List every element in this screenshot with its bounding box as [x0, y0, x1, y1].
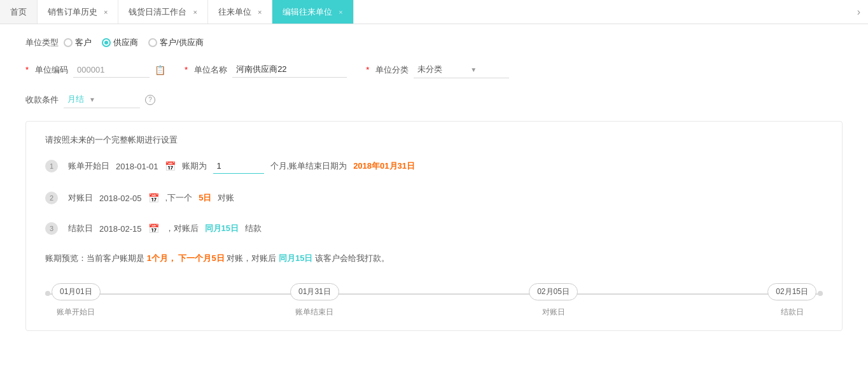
unit-code-input[interactable] — [73, 62, 150, 78]
help-icon[interactable]: ? — [145, 95, 155, 105]
timeline-points: 01月01日 账单开始日 01月31日 账单结束日 02月05日 对账日 02月… — [52, 283, 816, 318]
unit-category-label: 单位分类 — [375, 64, 409, 76]
timeline-badge-3: 02月05日 — [529, 283, 578, 300]
period-suffix: 个月,账单结束日期为 — [270, 160, 347, 172]
start-date-label: 账单开始日 — [68, 160, 109, 172]
radio-supplier-label: 供应商 — [113, 37, 138, 48]
period-row-1: 1 账单开始日 2018-01-01 📅 账期为 个月,账单结束日期为 2018… — [45, 158, 823, 174]
timeline-badge-2: 01月31日 — [290, 283, 339, 300]
tab-sales-history-close[interactable]: × — [104, 8, 108, 16]
unit-type-label: 单位类型 — [25, 37, 59, 48]
radio-both-label: 客户/供应商 — [160, 37, 204, 48]
payment-terms-row: 收款条件 月结 ▼ ? — [25, 91, 843, 108]
payment-day-highlight: 同月15日 — [205, 223, 239, 234]
payment-terms-chevron-icon: ▼ — [89, 96, 95, 103]
preview-reconcile: 下一个月5日 — [178, 253, 224, 263]
radio-group: 客户 供应商 客户/供应商 — [64, 37, 204, 48]
unit-name-field: * 单位名称 — [185, 62, 347, 78]
payment-terms-label: 收款条件 — [25, 94, 59, 106]
reconcile-date-cal-icon[interactable]: 📅 — [148, 193, 159, 203]
radio-supplier-circle — [102, 38, 111, 47]
preview-period: 1个月， — [147, 253, 176, 263]
radio-customer-label: 客户 — [75, 37, 92, 48]
tab-sales-history[interactable]: 销售订单历史 × — [38, 0, 118, 24]
radio-customer[interactable]: 客户 — [64, 37, 92, 48]
row-3-content: 结款日 2018-02-15 📅 ，对账后 同月15日 结款 — [68, 223, 262, 234]
tab-cash-work-label: 钱货日清工作台 — [129, 6, 186, 18]
row-1-content: 账单开始日 2018-01-01 📅 账期为 个月,账单结束日期为 2018年0… — [68, 158, 415, 174]
period-row-2: 2 对账日 2018-02-05 📅 ,下一个 5日 对账 — [45, 192, 823, 204]
unit-code-star: * — [25, 65, 29, 74]
tab-more-button[interactable]: › — [850, 6, 868, 18]
radio-both[interactable]: 客户/供应商 — [148, 37, 204, 48]
timeline-point-3: 02月05日 对账日 — [529, 283, 578, 318]
timeline: 01月01日 账单开始日 01月31日 账单结束日 02月05日 对账日 02月… — [45, 283, 823, 318]
preview-mid: 对账，对账后 — [227, 253, 276, 263]
tab-cash-work[interactable]: 钱货日清工作台 × — [118, 0, 207, 24]
preview-label: 账期预览：当前客户账期是 — [45, 253, 144, 263]
unit-code-label: 单位编码 — [35, 64, 68, 76]
payment-terms-field: 收款条件 月结 ▼ ? — [25, 91, 155, 108]
payment-suffix: 结款 — [245, 223, 262, 234]
timeline-badge-4: 02月15日 — [767, 283, 816, 300]
radio-supplier[interactable]: 供应商 — [102, 37, 138, 48]
tab-cash-work-close[interactable]: × — [193, 8, 197, 16]
reconcile-suffix: 对账 — [218, 192, 234, 204]
start-date-cal-icon[interactable]: 📅 — [165, 161, 176, 171]
reconcile-date-label: 对账日 — [68, 192, 93, 204]
reconcile-prefix: ,下一个 — [165, 192, 193, 204]
tab-edit-partner-close[interactable]: × — [339, 8, 342, 16]
payment-date-cal-icon[interactable]: 📅 — [148, 223, 159, 234]
payment-date-value: 2018-02-15 — [99, 224, 142, 234]
card-title: 请按照未来的一个完整帐期进行设置 — [45, 134, 823, 146]
unit-type-field: 单位类型 客户 供应商 客户/供应商 — [25, 37, 204, 48]
tab-home-label: 首页 — [10, 6, 27, 18]
unit-type-row: 单位类型 客户 供应商 客户/供应商 — [25, 37, 843, 48]
row-number-3: 3 — [45, 222, 58, 235]
preview-end: 该客户会给我打款。 — [315, 253, 389, 263]
tab-edit-partner-label: 编辑往来单位 — [283, 6, 332, 18]
timeline-label-4: 结款日 — [781, 307, 804, 318]
timeline-label-1: 账单开始日 — [57, 307, 95, 318]
unit-category-field: * 单位分类 未分类 ▼ — [366, 61, 509, 78]
timeline-point-1: 01月01日 账单开始日 — [52, 283, 101, 318]
unit-name-input[interactable] — [232, 62, 347, 78]
timeline-dot-right — [818, 291, 823, 296]
tabs-bar: 首页 销售订单历史 × 钱货日清工作台 × 往来单位 × 编辑往来单位 × › — [0, 0, 868, 24]
tab-partner-units-label: 往来单位 — [218, 6, 251, 18]
tab-partner-units[interactable]: 往来单位 × — [208, 0, 272, 24]
radio-customer-circle — [64, 38, 73, 47]
period-input[interactable] — [213, 158, 264, 174]
payment-date-label: 结款日 — [68, 223, 93, 234]
unit-name-label: 单位名称 — [194, 64, 227, 76]
unit-category-select[interactable]: 未分类 ▼ — [414, 61, 509, 78]
unit-info-row: * 单位编码 📋 * 单位名称 * 单位分类 未分类 ▼ — [25, 61, 843, 78]
reconcile-date-value: 2018-02-05 — [99, 194, 142, 203]
period-end-date: 2018年01月31日 — [353, 160, 415, 172]
unit-code-field: * 单位编码 📋 — [25, 62, 165, 78]
timeline-label-2: 账单结束日 — [295, 307, 333, 318]
timeline-badge-1: 01月01日 — [52, 283, 101, 300]
timeline-label-3: 对账日 — [542, 307, 565, 318]
reconcile-day-highlight: 5日 — [199, 192, 211, 204]
tab-edit-partner[interactable]: 编辑往来单位 × — [272, 0, 353, 24]
start-date-value: 2018-01-01 — [116, 162, 158, 171]
tab-partner-units-close[interactable]: × — [258, 8, 262, 16]
timeline-dot-left — [45, 291, 50, 296]
tab-home[interactable]: 首页 — [0, 0, 38, 24]
payment-terms-value: 月结 — [67, 94, 84, 105]
period-card: 请按照未来的一个完整帐期进行设置 1 账单开始日 2018-01-01 📅 账期… — [25, 121, 843, 331]
payment-prefix: ，对账后 — [165, 223, 199, 234]
unit-code-icon[interactable]: 📋 — [155, 65, 165, 75]
main-content: 单位类型 客户 供应商 客户/供应商 * 单位编码 — [0, 24, 868, 387]
row-number-2: 2 — [45, 192, 58, 204]
tab-sales-history-label: 销售订单历史 — [48, 6, 97, 18]
preview-payment: 同月15日 — [279, 253, 312, 263]
period-row-3: 3 结款日 2018-02-15 📅 ，对账后 同月15日 结款 — [45, 222, 823, 235]
row-number-1: 1 — [45, 160, 58, 172]
radio-both-circle — [148, 38, 157, 47]
preview-section: 账期预览：当前客户账期是 1个月， 下一个月5日 对账，对账后 同月15日 该客… — [45, 253, 823, 264]
row-2-content: 对账日 2018-02-05 📅 ,下一个 5日 对账 — [68, 192, 234, 204]
unit-name-star: * — [185, 65, 188, 74]
payment-terms-select[interactable]: 月结 ▼ — [64, 91, 140, 108]
